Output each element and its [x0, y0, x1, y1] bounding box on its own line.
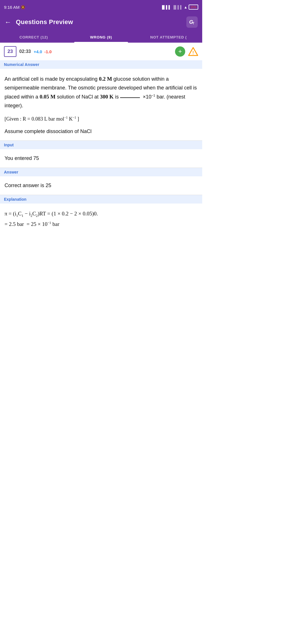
explanation-section-content: π = (i1C1 − i2C2)RT = (1 × 0.2 − 2 × 0.0… [0, 204, 202, 234]
answer-section: Answer Correct answer is 25 [0, 168, 202, 195]
question-number: 23 [8, 49, 13, 54]
formula-conc1: 0.2 M [99, 76, 112, 82]
answer-label-text: Answer [4, 170, 18, 174]
question-text-block: An artificial cell is made by encapsulat… [0, 69, 202, 140]
question-marks: +4.0 -1.0 [34, 49, 52, 54]
header-title: Questions Preview [16, 18, 73, 26]
formula-conc2: 0.05 M [40, 94, 56, 100]
answer-section-label: Answer [0, 168, 202, 176]
question-header-row: 23 02:33 +4.0 -1.0 + ! [0, 43, 202, 60]
back-button[interactable]: ← [5, 18, 11, 26]
battery-percent: 15% [190, 5, 197, 9]
explanation-line2: = 2.5 bar = 25 × 10−1 bar [5, 219, 198, 229]
tab-correct[interactable]: CORRECT (12) [0, 32, 67, 42]
svg-text:!: ! [192, 50, 194, 55]
question-header-actions: + ! [175, 46, 198, 57]
translate-icon-sub: T [193, 22, 194, 25]
question-type-label: Numerical Answer [0, 60, 202, 69]
mark-plus: +4.0 [34, 49, 42, 54]
input-label-text: Input [4, 143, 14, 147]
wifi-icon: ▲ [184, 5, 187, 9]
formula-temp: 300 K [100, 94, 114, 100]
plus-icon: + [178, 48, 182, 55]
question-number-box: 23 [4, 46, 16, 57]
battery-icon: 15% [189, 5, 198, 10]
tabs-bar: CORRECT (12) WRONG (9) NOT ATTEMPTED ( [0, 32, 202, 43]
input-section: Input You entered 75 [0, 140, 202, 168]
time-text: 9:16 AM [4, 5, 20, 10]
tab-wrong[interactable]: WRONG (9) [67, 32, 135, 42]
warning-button[interactable]: ! [188, 46, 198, 57]
input-content-text: You entered 75 [5, 155, 39, 161]
question-type-text: Numerical Answer [4, 62, 39, 67]
input-section-label: Input [0, 141, 202, 149]
answer-content-text: Correct answer is 25 [5, 183, 51, 188]
input-section-content: You entered 75 [0, 149, 202, 168]
alarm-icon: 🔕 [21, 5, 25, 9]
tab-correct-label: CORRECT (12) [20, 35, 48, 39]
question-time: 02:33 [19, 49, 31, 54]
header-left: ← Questions Preview [5, 18, 73, 26]
signal-icon-2: ▐▌▌▌ [172, 5, 183, 9]
assume-block: Assume complete dissociation of NaCl [5, 127, 198, 136]
signal-icon-1: ▐▌▌▌ [161, 5, 171, 9]
tab-not-attempted[interactable]: NOT ATTEMPTED ( [135, 32, 202, 42]
explanation-label-text: Explanation [4, 197, 26, 202]
question-card: 23 02:33 +4.0 -1.0 + ! Numerical Answer [0, 43, 202, 234]
tab-wrong-label: WRONG (9) [90, 35, 112, 39]
explanation-section: Explanation π = (i1C1 − i2C2)RT = (1 × 0… [0, 195, 202, 234]
add-button[interactable]: + [175, 46, 185, 57]
status-bar: 9:16 AM 🔕 ▐▌▌▌ ▐▌▌▌ ▲ 15% [0, 0, 202, 14]
status-icons: ▐▌▌▌ ▐▌▌▌ ▲ 15% [161, 5, 198, 10]
answer-section-content: Correct answer is 25 [0, 176, 202, 195]
warning-triangle-icon: ! [188, 46, 198, 57]
blank-answer [120, 97, 140, 98]
question-paragraph: An artificial cell is made by encapsulat… [5, 74, 198, 110]
explanation-section-label: Explanation [0, 195, 202, 204]
explanation-math: π = (i1C1 − i2C2)RT = (1 × 0.2 − 2 × 0.0… [5, 209, 198, 229]
given-block: [Given : R = 0.083 L bar mol−1 K−1 ] [5, 115, 198, 123]
explanation-line1: π = (i1C1 − i2C2)RT = (1 × 0.2 − 2 × 0.0… [5, 209, 198, 219]
mark-minus: -1.0 [44, 49, 52, 54]
translate-button[interactable]: G T [186, 16, 198, 28]
header: ← Questions Preview G T [0, 14, 202, 32]
status-time: 9:16 AM 🔕 [4, 5, 25, 10]
tab-not-attempted-label: NOT ATTEMPTED ( [150, 35, 187, 39]
